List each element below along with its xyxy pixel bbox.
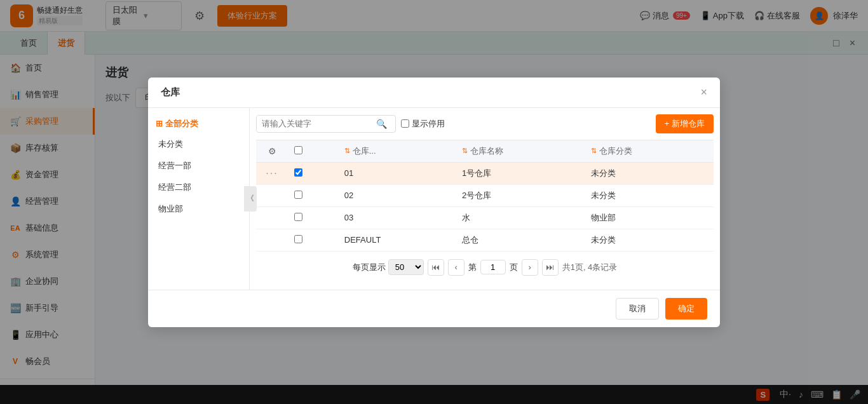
category-item-dept2[interactable]: 经营二部: [148, 177, 249, 198]
row-action-4: [256, 229, 288, 251]
pagination: 每页显示 50 100 200 ⏮ ‹ 第 页 › ⏭ 共1页, 4条记录: [256, 252, 714, 283]
show-disabled-checkbox[interactable]: [401, 119, 409, 128]
select-all-checkbox[interactable]: [294, 146, 302, 154]
category-item-property[interactable]: 物业部: [148, 198, 249, 220]
row-checkbox-4[interactable]: [294, 235, 302, 243]
category-panel: ⊞ 全部分类 未分类 经营一部 经营二部 物业部 《: [148, 108, 250, 290]
category-collapse-button[interactable]: 《: [244, 186, 257, 212]
prev-page-button[interactable]: ‹: [448, 259, 465, 276]
confirm-button[interactable]: 确定: [665, 298, 707, 320]
table-header-name[interactable]: ⇅ 仓库名称: [456, 140, 585, 162]
add-warehouse-button[interactable]: + 新增仓库: [656, 114, 714, 133]
row-action-3: [256, 206, 288, 229]
row-action-2: [256, 184, 288, 206]
last-page-button[interactable]: ⏭: [542, 259, 559, 276]
row-action-1: ···: [256, 162, 288, 184]
row-checkbox-2[interactable]: [294, 191, 302, 199]
table-row[interactable]: 02 2号仓库 未分类: [256, 184, 714, 206]
warehouse-dialog: 仓库 × ⊞ 全部分类 未分类 经营一部 经营二部 物业部 《: [148, 77, 720, 327]
table-header-id[interactable]: ⇅ 仓库...: [338, 140, 456, 162]
next-page-button[interactable]: ›: [522, 259, 538, 276]
total-info: 共1页, 4条记录: [562, 262, 618, 273]
search-input[interactable]: [257, 116, 371, 131]
table-toolbar: 🔍 显示停用 + 新增仓库: [256, 114, 714, 133]
sort-icon-category: ⇅: [591, 147, 597, 155]
per-page-select[interactable]: 50 100 200: [388, 259, 424, 275]
table-row[interactable]: 03 水 物业部: [256, 206, 714, 229]
row-checkbox-3[interactable]: [294, 213, 302, 221]
dialog-close-button[interactable]: ×: [700, 86, 707, 98]
first-page-button[interactable]: ⏮: [428, 259, 444, 276]
search-input-wrap: 🔍: [256, 115, 396, 133]
table-header-settings[interactable]: ⚙: [256, 140, 288, 162]
more-icon[interactable]: ···: [266, 168, 278, 178]
page-number-input[interactable]: [480, 260, 506, 274]
table-row[interactable]: DEFAULT 总仓 未分类: [256, 229, 714, 251]
row-checkbox-1[interactable]: [294, 168, 302, 177]
category-header: ⊞ 全部分类: [148, 114, 249, 133]
dialog-body: ⊞ 全部分类 未分类 经营一部 经营二部 物业部 《 🔍: [148, 108, 720, 290]
table-header-checkbox: [288, 140, 338, 162]
category-item-unclassified[interactable]: 未分类: [148, 133, 249, 155]
page-label: 第: [468, 262, 477, 273]
overlay: 仓库 × ⊞ 全部分类 未分类 经营一部 经营二部 物业部 《: [0, 0, 868, 404]
table-header-category[interactable]: ⇅ 仓库分类: [585, 140, 714, 162]
per-page-label: 每页显示: [353, 262, 386, 273]
show-disabled-checkbox-label[interactable]: 显示停用: [401, 118, 445, 130]
table-panel: 🔍 显示停用 + 新增仓库 ⚙: [250, 108, 720, 290]
sort-icon-name: ⇅: [462, 147, 468, 155]
dialog-header: 仓库 ×: [148, 77, 720, 108]
category-all-label[interactable]: 全部分类: [165, 118, 198, 130]
search-button[interactable]: 🔍: [371, 116, 392, 132]
grid-icon: ⊞: [156, 119, 163, 128]
table-row[interactable]: ··· 01 1号仓库 未分类: [256, 162, 714, 184]
per-page-wrap: 每页显示 50 100 200: [353, 259, 424, 275]
category-item-dept1[interactable]: 经营一部: [148, 155, 249, 177]
sort-icon-id: ⇅: [344, 147, 350, 155]
dialog-footer: 取消 确定: [148, 290, 720, 327]
warehouse-table: ⚙ ⇅ 仓库... ⇅ 仓库名称: [256, 140, 714, 252]
page-unit: 页: [510, 262, 518, 273]
cancel-button[interactable]: 取消: [616, 298, 659, 320]
dialog-title: 仓库: [161, 86, 180, 98]
